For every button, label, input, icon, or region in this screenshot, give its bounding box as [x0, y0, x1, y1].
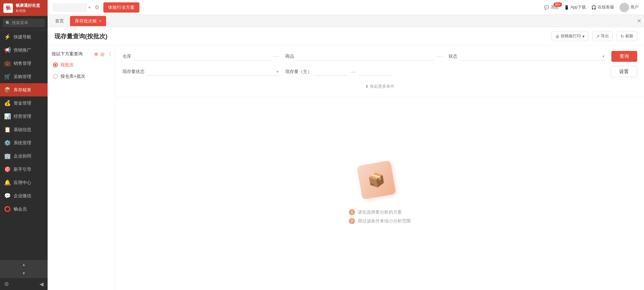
empty-state-text: 1 请先选择要分析的方案 2 用过滤条件来缩小分析范围	[349, 209, 411, 224]
topbar-input[interactable]	[53, 3, 87, 12]
left-panel-header: 按以下方案查询 ⊕ ◎ 《	[48, 49, 115, 59]
collapse-left-panel-icon[interactable]: 《	[106, 51, 111, 57]
sidebar-item-operation[interactable]: 📊 经营管理	[0, 110, 48, 123]
settings-button[interactable]: 设置	[611, 66, 637, 77]
sidebar-item-label: 企业协同	[14, 153, 31, 159]
warehouse-filter: 仓库 ···	[122, 52, 280, 60]
sidebar-item-basic[interactable]: 📋 基础信息	[0, 123, 48, 136]
operation-icon: 📊	[4, 113, 11, 120]
status-dropdown-wrap: ▾	[459, 52, 606, 60]
scheme-by-batch[interactable]: 按批次	[48, 59, 115, 71]
user-name: 用户	[630, 4, 639, 10]
avatar	[620, 3, 629, 12]
finance-icon: 💰	[4, 100, 11, 106]
message-badge: 99+	[554, 2, 562, 7]
inventory-qty-label: 现存量（主）	[285, 69, 312, 75]
query-button[interactable]: 查询	[611, 51, 637, 62]
user-avatar-button[interactable]: 用户	[620, 3, 639, 12]
product-filter: 商品 ···	[285, 52, 443, 60]
sidebar-item-system[interactable]: ⚙️ 系统管理	[0, 136, 48, 149]
sidebar-item-label: 经营管理	[14, 113, 31, 120]
sidebar-item-app[interactable]: 🔔 应用中心	[0, 176, 48, 189]
sidebar-item-label: 库存核算	[14, 87, 31, 93]
message-button[interactable]: 💬 消息 99+	[544, 4, 559, 10]
product-input[interactable]	[296, 52, 434, 60]
tab-home[interactable]: 首页	[50, 16, 69, 26]
collapse-more-btn[interactable]: ⬆ 收起更多条件	[122, 81, 637, 91]
phone-icon: 📱	[564, 5, 569, 10]
inventory-icon: 📦	[4, 87, 11, 93]
refresh-button[interactable]: ↻ 刷新	[617, 31, 637, 41]
app-download-button[interactable]: 📱 App下载	[564, 4, 586, 10]
chevron-up-icon: ▲	[22, 262, 26, 267]
settings-icon[interactable]: ⚙	[4, 281, 9, 287]
step1-text: 请先选择要分析的方案	[358, 209, 402, 215]
sidebar-footer: ⚙ ◀	[0, 278, 48, 290]
sidebar-item-wechat[interactable]: 💬 企业微信	[0, 189, 48, 202]
app-icon: 🔔	[4, 179, 11, 186]
print-dropdown-arrow[interactable]: ▾	[582, 34, 584, 39]
topbar-gear-icon[interactable]: ⚙	[95, 4, 99, 11]
sidebar-item-quick-nav[interactable]: ⚡ 快捷导航	[0, 30, 48, 43]
message-icon: 💬	[544, 5, 549, 10]
empty-state-illustration: 📦	[357, 160, 396, 200]
sidebar-item-label: 采购管理	[14, 74, 31, 80]
inventory-qty-max[interactable]	[359, 68, 393, 76]
sidebar-item-marketing[interactable]: 📢 营销推广	[0, 43, 48, 57]
product-more-icon[interactable]: ···	[436, 53, 443, 59]
sidebar-item-member[interactable]: ⭕ 畅会员	[0, 202, 48, 216]
tab-close-main-icon[interactable]: ✕	[637, 18, 641, 24]
trial-button[interactable]: 体验行业方案	[103, 2, 139, 13]
sidebar-edition: 标准版	[16, 8, 40, 13]
quick-nav-icon: ⚡	[4, 34, 11, 40]
filter-row-2: 现存量状态 ▾ 现存量（主） —	[122, 66, 637, 77]
tab-close-icon[interactable]: ×	[99, 19, 101, 23]
sidebar-scroll-down[interactable]: ▼	[0, 269, 48, 278]
step1-circle: 1	[349, 209, 355, 215]
sidebar-item-label: 系统管理	[14, 140, 31, 146]
warehouse-input[interactable]	[133, 52, 271, 60]
add-scheme-icon[interactable]: ⊕	[94, 51, 98, 57]
page-title: 现存量查询(按批次)	[54, 32, 107, 40]
radio-by-warehouse-batch	[53, 74, 58, 79]
right-panel: 仓库 ··· 商品 ··· 状态	[116, 46, 644, 290]
filter-section: 仓库 ··· 商品 ··· 状态	[116, 46, 644, 97]
wechat-icon: 💬	[4, 193, 11, 199]
status-select[interactable]	[459, 52, 606, 60]
tab-inventory-batch[interactable]: 库存批次账 ×	[70, 16, 106, 26]
sidebar-nav: ⚡ 快捷导航 📢 营销推广 💼 销售管理 🛒 采购管理 📦 库存核算 💰 资金管…	[0, 30, 48, 260]
sidebar-item-inventory[interactable]: 📦 库存核算	[0, 83, 48, 96]
status-filter: 状态 ▾	[448, 52, 606, 60]
export-button[interactable]: ↗ 导出	[592, 31, 613, 41]
page-content: 现存量查询(按批次) 🖨 按模板打印 ▾ ↗ 导出 ↻ 刷新	[48, 27, 644, 290]
print-template-button[interactable]: 🖨 按模板打印 ▾	[552, 31, 588, 41]
scheme-by-warehouse-batch[interactable]: 按仓库+批次	[48, 71, 115, 82]
scheme-by-warehouse-batch-label: 按仓库+批次	[61, 73, 85, 79]
filter-row-1: 仓库 ··· 商品 ··· 状态	[122, 51, 637, 62]
page-header: 现存量查询(按批次) 🖨 按模板打印 ▾ ↗ 导出 ↻ 刷新	[48, 27, 644, 46]
sidebar-item-label: 应用中心	[14, 180, 31, 186]
online-service-label: 在线客服	[598, 4, 614, 10]
empty-state-step2: 2 用过滤条件来缩小分析范围	[349, 218, 411, 224]
inventory-qty-min[interactable]	[314, 68, 348, 76]
warehouse-label: 仓库	[122, 53, 131, 59]
collapse-sidebar-icon[interactable]: ◀	[39, 281, 44, 287]
sidebar-header: 畅 畅康通好生意 标准版	[0, 0, 48, 16]
sidebar-item-purchase[interactable]: 🛒 采购管理	[0, 70, 48, 83]
inventory-status-select[interactable]	[147, 68, 280, 76]
scheme-settings-icon[interactable]: ◎	[100, 51, 104, 57]
sidebar: 畅 畅康通好生意 标准版 🔍 搜索菜单 ⚡ 快捷导航 📢 营销推广 💼 销售管理…	[0, 0, 48, 290]
sidebar-item-newbie[interactable]: 🎯 新手引导	[0, 163, 48, 176]
sidebar-search-button[interactable]: 🔍 搜索菜单	[3, 19, 45, 27]
sidebar-item-finance[interactable]: 💰 资金管理	[0, 96, 48, 110]
sidebar-item-enterprise[interactable]: 🏢 企业协同	[0, 149, 48, 163]
sidebar-item-sales[interactable]: 💼 销售管理	[0, 57, 48, 70]
online-service-button[interactable]: 🎧 在线客服	[591, 4, 614, 10]
sidebar-scroll-up[interactable]: ▲	[0, 260, 48, 269]
warehouse-more-icon[interactable]: ···	[273, 53, 280, 59]
sidebar-logo: 畅	[3, 3, 13, 13]
system-icon: ⚙️	[4, 140, 11, 146]
step2-text: 用过滤条件来缩小分析范围	[358, 218, 411, 224]
topbar-dropdown-arrow[interactable]: ▾	[88, 5, 90, 10]
sidebar-item-label: 快捷导航	[14, 34, 31, 40]
